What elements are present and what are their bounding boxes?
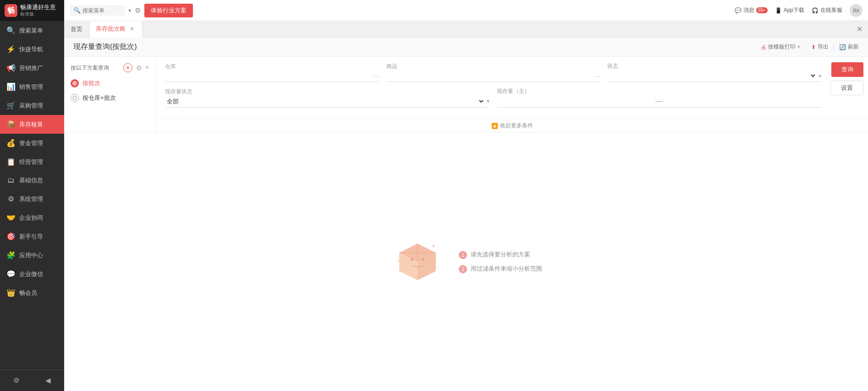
empty-hint-2: 2 用过滤条件来缩小分析范围 bbox=[459, 265, 542, 273]
svg-point-10 bbox=[422, 258, 424, 261]
search-input[interactable] bbox=[82, 7, 119, 14]
svg-text:✦: ✦ bbox=[397, 259, 400, 263]
quantity-label: 现存量（主） bbox=[497, 87, 821, 95]
svg-point-9 bbox=[411, 258, 413, 261]
quantity-input-wrap: — bbox=[497, 97, 821, 108]
collapse-sidebar-btn[interactable]: ◀ bbox=[43, 374, 54, 387]
filter-product-field: 商品 ··· bbox=[386, 63, 600, 82]
folder-icon: 🗂 bbox=[6, 176, 16, 185]
add-scheme-btn[interactable]: + bbox=[123, 63, 132, 72]
money-icon: 💰 bbox=[6, 139, 16, 147]
sidebar-item-label: 营销推广 bbox=[19, 64, 43, 72]
app-subtitle: 标准版 bbox=[20, 11, 56, 17]
customer-service-label: 在线客服 bbox=[820, 6, 842, 14]
tab-close-btn[interactable]: ✕ bbox=[128, 25, 136, 33]
sidebar-item-label: 基础信息 bbox=[19, 176, 43, 185]
empty-illustration: ✦ ✦ bbox=[390, 234, 445, 289]
scheme-item-batch[interactable]: 按批次 bbox=[64, 76, 155, 91]
sidebar-item-label: 畅会员 bbox=[19, 289, 37, 297]
settings-bottom-btn[interactable]: ⚙ bbox=[11, 374, 22, 387]
sidebar-item-finance[interactable]: 💰 资金管理 bbox=[0, 134, 64, 152]
sidebar-bottom: ⚙ ◀ bbox=[0, 369, 64, 391]
sidebar-item-sales[interactable]: 📊 销售管理 bbox=[0, 77, 64, 96]
search-icon: 🔍 bbox=[73, 7, 81, 14]
status-select-wrap[interactable]: ▾ bbox=[607, 72, 821, 82]
hint-text-1: 请先选择要分析的方案 bbox=[471, 250, 530, 259]
svg-point-1 bbox=[74, 82, 76, 84]
tab-close-all-btn[interactable]: ✕ bbox=[851, 21, 868, 38]
warehouse-input-wrap[interactable]: ··· bbox=[165, 72, 379, 82]
box-icon: 📦 bbox=[6, 120, 16, 129]
status-select[interactable] bbox=[607, 72, 817, 80]
settings-btn[interactable]: 设置 bbox=[830, 81, 863, 95]
sidebar-item-operations[interactable]: 📋 经营管理 bbox=[0, 152, 64, 171]
sidebar-item-system[interactable]: ⚙ 系统管理 bbox=[0, 190, 64, 208]
sidebar-item-wechat[interactable]: 💬 企业微信 bbox=[0, 265, 64, 283]
collapse-sidebar-filter-btn[interactable]: « bbox=[145, 63, 149, 72]
inventory-status-wrap[interactable]: 全部 有库存 无库存 ▾ bbox=[165, 98, 489, 108]
avatar: Rit bbox=[850, 4, 863, 17]
lightning-icon: ⚡ bbox=[6, 45, 16, 54]
sidebar-item-label: 经营管理 bbox=[19, 158, 43, 166]
app-download-btn[interactable]: 📱 App下载 bbox=[775, 6, 804, 14]
print-chevron-icon[interactable]: ▾ bbox=[797, 44, 800, 50]
scheme-gear-btn[interactable]: ⚙ bbox=[134, 63, 143, 72]
experience-btn[interactable]: 体验行业方案 bbox=[144, 4, 193, 17]
sidebar-item-apps[interactable]: 🧩 应用中心 bbox=[0, 246, 64, 265]
page-actions: 🖨 按模板打印 ▾ | ⬆ 导出 | 🔄 刷新 bbox=[761, 43, 859, 51]
sidebar-item-members[interactable]: 👑 畅会员 bbox=[0, 283, 64, 302]
filter-fields-row-wrap: 仓库 ··· 商品 ··· bbox=[156, 57, 868, 119]
quantity-min-input[interactable] bbox=[497, 98, 654, 105]
export-label: 导出 bbox=[818, 43, 829, 51]
chart-icon: 📊 bbox=[6, 82, 16, 91]
sidebar-item-inventory[interactable]: 📦 库存核算 bbox=[0, 115, 64, 134]
warehouse-dots[interactable]: ··· bbox=[374, 72, 379, 80]
message-btn[interactable]: 💬 消息 99+ bbox=[735, 6, 768, 14]
collapse-filter-btn[interactable]: 🔼 收起更多条件 bbox=[156, 119, 868, 132]
refresh-btn[interactable]: 🔄 刷新 bbox=[839, 43, 859, 51]
puzzle-icon: 🧩 bbox=[6, 251, 16, 260]
user-name: Rit bbox=[853, 8, 859, 13]
page-content: 现存量查询(按批次) 🖨 按模板打印 ▾ | ⬆ 导出 | 🔄 刷新 bbox=[64, 38, 868, 391]
sidebar: 畅 畅康通好生意 标准版 🔍 搜索菜单 ⚡ 快捷导航 📢 营销推广 📊 销售管理… bbox=[0, 0, 64, 391]
topbar-gear-icon[interactable]: ⚙ bbox=[135, 6, 141, 15]
query-btn[interactable]: 查询 bbox=[831, 62, 863, 77]
filter-status-field: 状态 ▾ bbox=[607, 62, 821, 82]
collapse-label: 收起更多条件 bbox=[500, 122, 533, 130]
target-icon: 🎯 bbox=[6, 232, 16, 241]
sidebar-item-label: 应用中心 bbox=[19, 251, 43, 260]
customer-service-btn[interactable]: 🎧 在线客服 bbox=[812, 6, 842, 14]
app-info: 畅康通好生意 标准版 bbox=[20, 4, 56, 18]
sidebar-item-label: 资金管理 bbox=[19, 139, 43, 147]
search-box[interactable]: 🔍 bbox=[70, 5, 125, 16]
tab-home[interactable]: 首页 bbox=[64, 21, 89, 38]
scheme-batch-label: 按批次 bbox=[82, 79, 100, 87]
sidebar-item-marketing[interactable]: 📢 营销推广 bbox=[0, 59, 64, 77]
sidebar-item-newbie[interactable]: 🎯 新手引导 bbox=[0, 227, 64, 246]
tabbar: 首页 库存批次账 ✕ ✕ bbox=[64, 21, 868, 38]
inventory-status-select[interactable]: 全部 有库存 无库存 bbox=[165, 98, 485, 105]
main-area: 🔍 ▾ ⚙ 体验行业方案 💬 消息 99+ 📱 App下载 🎧 在线客服 Rit bbox=[64, 0, 868, 391]
svg-point-2 bbox=[73, 96, 77, 100]
filter-warehouse-field: 仓库 ··· bbox=[165, 63, 379, 82]
sidebar-item-quick-nav[interactable]: ⚡ 快捷导航 bbox=[0, 40, 64, 59]
product-input-wrap[interactable]: ··· bbox=[386, 72, 600, 82]
message-icon: 💬 bbox=[735, 7, 742, 14]
product-dots[interactable]: ··· bbox=[595, 72, 600, 80]
topbar-dropdown-icon[interactable]: ▾ bbox=[128, 7, 131, 14]
product-input[interactable] bbox=[386, 72, 593, 79]
topbar: 🔍 ▾ ⚙ 体验行业方案 💬 消息 99+ 📱 App下载 🎧 在线客服 Rit bbox=[64, 0, 868, 21]
sidebar-item-label: 新手引导 bbox=[19, 233, 43, 241]
scheme-item-warehouse-batch[interactable]: 按仓库+批次 bbox=[64, 91, 155, 105]
sidebar-item-enterprise[interactable]: 🤝 企业协同 bbox=[0, 208, 64, 227]
sidebar-item-search[interactable]: 🔍 搜索菜单 bbox=[0, 21, 64, 40]
warehouse-input[interactable] bbox=[165, 72, 372, 79]
sidebar-item-purchase[interactable]: 🛒 采购管理 bbox=[0, 96, 64, 115]
user-menu[interactable]: Rit bbox=[850, 4, 863, 17]
export-btn[interactable]: ⬆ 导出 bbox=[811, 43, 829, 51]
print-btn[interactable]: 🖨 按模板打印 ▾ bbox=[761, 43, 800, 51]
tab-inventory-batch[interactable]: 库存批次账 ✕ bbox=[89, 21, 143, 38]
quantity-max-input[interactable] bbox=[665, 98, 821, 105]
refresh-label: 刷新 bbox=[848, 43, 859, 51]
sidebar-item-basic[interactable]: 🗂 基础信息 bbox=[0, 171, 64, 190]
